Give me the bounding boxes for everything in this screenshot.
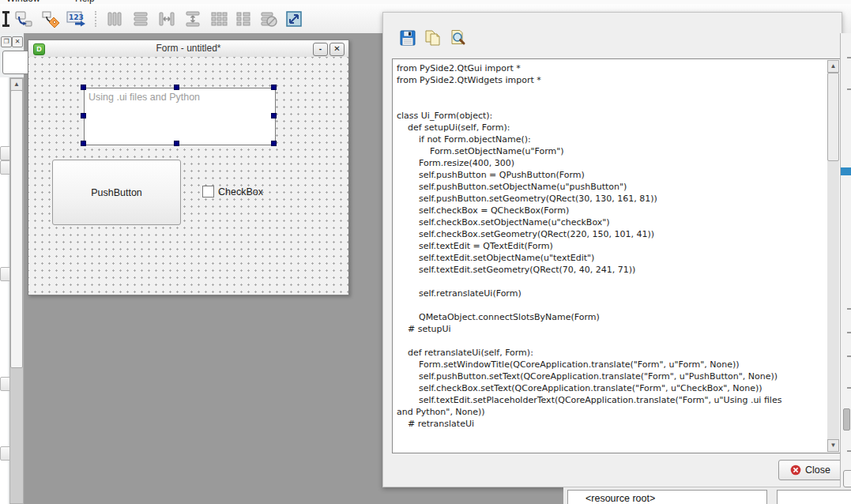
code-line [397,86,827,98]
selection-handle-bottom-left[interactable] [81,141,86,146]
code-line: # setupUi [397,323,827,335]
widget-box-panel: ❐ ✕ ▲ [0,33,24,504]
resource-browser-dock: <resource root> [563,487,851,504]
layout-vertical-splitter-icon[interactable] [182,8,204,30]
code-scroll-up-icon[interactable]: ▲ [827,60,839,73]
code-line: self.checkBox.setGeometry(QRect(220, 150… [397,228,827,240]
code-line: from PySide2.QtWidgets import * [397,74,827,86]
save-glyph [399,29,416,47]
code-line [397,299,827,311]
signals-slots-glyph [14,9,33,28]
selected-property-row[interactable] [841,167,851,175]
code-line: Form.resize(400, 300) [397,157,827,169]
save-icon[interactable] [397,28,418,48]
widget-box-list[interactable] [0,77,8,504]
code-line [397,335,827,347]
form-window-titlebar[interactable]: D Form - untitled* - ✕ [28,40,348,58]
adjust-size-icon[interactable] [283,8,305,30]
v-splitter-glyph [183,9,202,28]
layout-grid-icon[interactable] [208,8,230,30]
code-line: from PySide2.QtGui import * [397,62,827,74]
grid-glyph [209,9,228,28]
property-row-edge [847,308,851,310]
property-row-edge [847,88,851,90]
adjust-size-glyph [284,9,303,28]
property-row-edge [847,57,851,58]
code-preview-dialog: from PySide2.QtGui import *from PySide2.… [382,12,842,487]
h-splitter-glyph [157,9,176,28]
code-line: if not Form.objectName(): [397,134,827,145]
edit-tab-order-icon[interactable]: 123 [65,8,87,30]
resource-root-item[interactable]: <resource root> [586,493,655,504]
close-circle-icon [790,465,801,476]
code-line: self.checkBox = QCheckBox(Form) [397,205,827,216]
layout-horizontal-icon[interactable] [104,8,126,30]
property-row-edge [847,332,851,333]
break-layout-icon[interactable] [258,8,280,30]
selection-handle-top-mid[interactable] [174,85,179,90]
toolbar-separator [95,11,96,27]
code-line: self.textEdit.setGeometry(QRect(70, 40, … [397,264,827,276]
code-line: self.textEdit.setPlaceholderText(QCoreAp… [397,394,827,406]
scroll-up-icon[interactable]: ▲ [10,78,23,91]
code-line: Form.setObjectName(u"Form") [397,145,827,157]
selection-handle-top-left[interactable] [81,85,86,90]
edit-buddies-icon[interactable] [40,8,62,30]
panel-button-edge[interactable] [843,470,851,487]
selection-handle-bottom-mid[interactable] [174,141,179,146]
buddies-glyph [41,9,60,28]
svg-text:123: 123 [69,13,84,21]
pushbutton-widget[interactable]: PushButton [52,160,181,225]
selection-handle-top-right[interactable] [271,85,277,90]
code-scroll-down-icon[interactable]: ▼ [827,439,839,452]
code-line: Form.setWindowTitle(QCoreApplication.tra… [397,359,827,370]
layout-horizontal-glyph [105,9,124,28]
textedit-placeholder: Using .ui files and Python [88,92,200,103]
code-line: self.pushButton.setObjectName(u"pushButt… [397,181,827,193]
code-view[interactable]: from PySide2.QtGui import *from PySide2.… [392,58,841,453]
layout-horizontal-splitter-icon[interactable] [156,8,178,30]
code-scrollbar[interactable]: ▲ ▼ [827,60,839,452]
form-window-title: Form - untitled* [28,43,348,54]
code-line: and Python", None)) [397,406,827,418]
selection-handle-bottom-right[interactable] [271,141,277,146]
code-scroll-thumb[interactable] [827,73,839,161]
code-line: def setupUi(self, Form): [397,122,827,134]
form-designer-window: D Form - untitled* - ✕ Using .ui files a… [28,39,349,295]
code-line: self.checkBox.setText(QCoreApplication.t… [397,382,827,394]
checkbox-label: CheckBox [218,186,263,197]
code-text: from PySide2.QtGui import *from PySide2.… [393,59,827,453]
property-scroll-thumb[interactable] [843,408,850,431]
code-line: self.pushButton.setGeometry(QRect(30, 13… [397,193,827,205]
edit-signals-slots-icon[interactable] [13,8,35,30]
selection-handle-mid-right[interactable] [271,113,277,118]
code-line: self.textEdit.setObjectName(u"textEdit") [397,252,827,264]
widget-box-scrollbar[interactable]: ▲ [9,77,24,504]
layout-vertical-icon[interactable] [130,8,152,30]
resource-detail-pane[interactable] [777,490,851,504]
form-minimize-button[interactable]: - [313,43,328,56]
qt-designer-screen: Window Help [0,0,851,504]
close-button[interactable]: Close [778,460,842,480]
form-canvas[interactable]: Using .ui files and Python PushButton Ch… [28,57,348,295]
code-line: self.textEdit = QTextEdit(Form) [397,240,827,252]
find-glyph [449,29,468,47]
layout-form-icon[interactable] [232,8,254,30]
break-layout-glyph [259,9,278,28]
widget-box-float-icon[interactable]: ❐ [1,36,12,47]
checkbox-widget[interactable]: CheckBox [202,175,282,208]
code-line: self.pushButton = QPushButton(Form) [397,169,827,181]
widget-box-scroll-thumb[interactable] [10,90,23,368]
find-icon[interactable] [448,28,469,48]
selection-handle-mid-left[interactable] [81,113,86,118]
code-line: # retranslateUi [397,418,827,430]
form-close-button[interactable]: ✕ [329,43,345,56]
resource-tree[interactable]: <resource root> [567,490,767,504]
code-line: QMetaObject.connectSlotsByName(Form) [397,311,827,323]
widget-box-close-icon[interactable]: ✕ [12,36,23,47]
code-line: class Ui_Form(object): [397,110,827,122]
code-line: self.retranslateUi(Form) [397,288,827,299]
textedit-widget[interactable]: Using .ui files and Python [84,88,276,145]
checkbox-indicator[interactable] [202,186,214,197]
copy-icon[interactable] [423,28,443,48]
